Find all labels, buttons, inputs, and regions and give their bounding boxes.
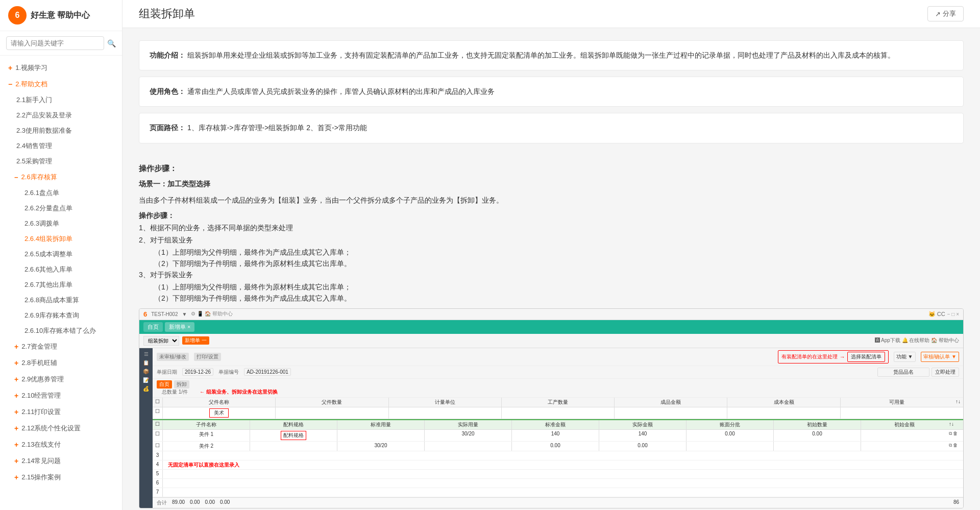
- sidebar-item-stock-query[interactable]: 2.6.9库存账本查询: [0, 308, 122, 323]
- mock-th-unit: 计量单位: [389, 398, 502, 407]
- mock-sub-th-act-amt: 实际金额: [599, 420, 687, 429]
- mock-window-bar: 6 TEST-H002 ▼ ⚙ 📱 🏠 帮助中心 🐱 CC − □ ×: [139, 309, 963, 320]
- sidebar-item-inventory[interactable]: − 2.6库存核算: [0, 169, 122, 185]
- mock-sub-td-check1: ☐: [153, 430, 163, 441]
- share-icon: ↗: [935, 10, 941, 18]
- sidebar-item-video[interactable]: + 1.视频学习: [0, 60, 122, 76]
- mock-sub-row-5: 5: [153, 470, 963, 479]
- sidebar-item-newbie[interactable]: 2.1新手入门: [0, 92, 122, 108]
- mock-nav-icon3: 📦: [143, 369, 149, 374]
- mock-new-btn: 新增单 一: [182, 336, 209, 345]
- annotation-bom: 有装配清单的在这里处理: [781, 353, 838, 360]
- mock-sub-row6-content: [163, 479, 963, 488]
- sidebar-item-other-out[interactable]: 2.6.7其他出库单: [0, 277, 122, 293]
- mock-form-header: 未审核/修改 打印/设置 有装配清单的在这里处理 → 选择装配清单 功能 ▼ 审…: [153, 348, 963, 366]
- ops-label: 操作步骤：: [139, 164, 964, 174]
- sidebar-item-purchase[interactable]: 2.5采购管理: [0, 154, 122, 169]
- mock-sub-row4-num: 4: [153, 460, 163, 469]
- annotation-toggle: ← 组装业务、拆卸业务在这里切换: [200, 389, 278, 395]
- sidebar-item-faq[interactable]: + 2.14常见问题: [0, 453, 122, 469]
- sidebar-item-label: 2.7资金管理: [21, 342, 57, 351]
- sidebar-item-label: 2.15操作案例: [21, 473, 61, 482]
- mock-nav-icon2: 📋: [143, 360, 149, 366]
- sidebar-item-label: 2.6库存核算: [21, 173, 57, 182]
- sidebar-item-label: 2.14常见问题: [21, 456, 61, 466]
- search-icon[interactable]: 🔍: [107, 39, 116, 47]
- step3-1: （1）上部明细为父件明细，最终作为原材料生成其它出库单；: [154, 283, 964, 292]
- logo-text: 好生意 帮助中心: [31, 10, 90, 21]
- mock-sub-td-check2: ☐: [153, 442, 163, 451]
- mock-sub-td-init-amt1: [861, 430, 948, 441]
- mock-sub-td-init-qty2: [774, 442, 861, 451]
- sidebar-item-mobile[interactable]: + 2.8手机旺辅: [0, 355, 122, 371]
- sidebar-item-account-err[interactable]: 2.6.10库存账本错了么办: [0, 323, 122, 338]
- sidebar-item-assembly[interactable]: 2.6.4组装拆卸单: [0, 231, 122, 247]
- mock-func-btn: 功能 ▼: [894, 352, 916, 362]
- mock-field-label-date: 单据日期: [157, 369, 177, 376]
- mock-th-parent-name: 父件名称: [163, 398, 276, 407]
- sidebar-item-finance[interactable]: + 2.7资金管理: [0, 338, 122, 355]
- ops-section: 操作步骤： 场景一：加工类型选择 当由多个子件材料组装成一个成品的业务为【组装】…: [139, 150, 964, 510]
- mock-enable-input: 货品品名: [877, 368, 929, 377]
- mock-table-area: ☐ 父件名称 父件数量 计量单位 工产数量 成品金额 成本金额 可用量 ↑↓: [153, 398, 963, 508]
- mock-sub-th-std: 标准用量: [337, 420, 425, 429]
- mock-user: 🐱 CC: [928, 311, 945, 318]
- share-button[interactable]: ↗ 分享: [927, 6, 964, 21]
- mock-field-label-num: 单据编号: [218, 369, 239, 376]
- mock-sub-td-ops2: ⧉ 🗑: [948, 442, 963, 451]
- mock-td-cost-amt: [727, 407, 840, 419]
- mock-form-row1: 单据日期 2019-12-26 单据编号 AD-20191226-001 货品品…: [153, 366, 963, 379]
- top-bar: 组装拆卸单 ↗ 分享: [122, 0, 980, 28]
- sidebar-item-split-stock[interactable]: 2.6.2分量盘点单: [0, 201, 122, 216]
- mock-sub-td-std2: 30/20: [337, 442, 425, 451]
- mock-sub-td-std-amt2: 0.00: [512, 442, 599, 451]
- mock-dropdown-icon: ▼: [182, 311, 187, 317]
- mock-sub-th-check: ☐: [153, 420, 163, 429]
- sidebar-item-print[interactable]: + 2.11打印设置: [0, 404, 122, 420]
- mock-sub-th-spec: 配料规格: [250, 420, 337, 429]
- sidebar-item-cost-adjust[interactable]: 2.6.5成本调整单: [0, 247, 122, 262]
- sidebar-item-label: 2.9优惠券管理: [21, 375, 64, 384]
- plus-icon: +: [8, 64, 12, 72]
- sidebar-item-cost-calc[interactable]: 2.6.8商品成本重算: [0, 293, 122, 308]
- mock-nav-tabs: 自页 新增单 ×: [143, 322, 194, 332]
- mock-toggle-row: 自页 拆卸 总数量 1/件 ← 组装业务、拆卸业务在这里切换: [153, 379, 963, 398]
- sidebar-item-sales[interactable]: 2.4销售管理: [0, 138, 122, 154]
- sidebar-item-cases[interactable]: + 2.15操作案例: [0, 469, 122, 485]
- mock-apps-label: 🅰 App下载 🔔 在线帮助 🏠 帮助中心: [875, 337, 959, 344]
- sidebar-item-system[interactable]: + 2.12系统个性化设置: [0, 420, 122, 436]
- sidebar-item-install[interactable]: 2.2产品安装及登录: [0, 108, 122, 123]
- annotation-direct-input: 无固定清单可以直接在这里录入: [168, 462, 239, 469]
- mock-sub-row5-content: [163, 470, 963, 478]
- sidebar-item-adjust[interactable]: 2.6.3调拨单: [0, 216, 122, 231]
- mock-sub-td-batch2: [687, 442, 774, 451]
- sidebar-item-online-pay[interactable]: + 2.13在线支付: [0, 436, 122, 453]
- sidebar-item-stock-take[interactable]: 2.6.1盘点单: [0, 185, 122, 201]
- mock-field-date: 2019-12-26: [182, 368, 213, 376]
- mock-total-act: 0.00: [190, 499, 200, 506]
- mock-right-content: 未审核/修改 打印/设置 有装配清单的在这里处理 → 选择装配清单 功能 ▼ 审…: [153, 348, 963, 508]
- mock-td-prod-amt: [615, 407, 727, 419]
- role-card: 使用角色： 通常由生产人员或库管人员完成折装业务的操作，库管人员确认原材料的出库…: [139, 77, 964, 107]
- sidebar-item-label: 2.8手机旺辅: [21, 358, 57, 368]
- mock-th-check: ☐: [153, 398, 163, 407]
- mock-upper-table-header: ☐ 父件名称 父件数量 计量单位 工产数量 成品金额 成本金额 可用量 ↑↓: [153, 398, 963, 407]
- mock-sub-row4-content: 无固定清单可以直接在这里录入: [163, 460, 963, 469]
- step2: 2、对于组装业务: [139, 236, 964, 245]
- page-title: 组装拆卸单: [139, 6, 195, 21]
- mock-type-select[interactable]: 组装拆卸: [143, 336, 179, 346]
- sidebar-item-docs[interactable]: − 2.帮助文档: [0, 76, 122, 92]
- mock-total-init-amt: 0.00: [220, 499, 230, 506]
- sidebar-item-other-in[interactable]: 2.6.6其他入库单: [0, 262, 122, 277]
- mock-sub-td-act-amt1: 140: [599, 430, 687, 441]
- main-content: 组装拆卸单 ↗ 分享 功能介绍： 组装拆卸单用来处理企业组装或拆卸等加工业务，支…: [122, 0, 980, 510]
- sidebar-item-ops[interactable]: + 2.10经营管理: [0, 387, 122, 404]
- step2-1: （1）上部明细为父件明细，最终作为产成品生成其它入库单；: [154, 248, 964, 257]
- sidebar-item-coupon[interactable]: + 2.9优惠券管理: [0, 371, 122, 387]
- content-area: 功能介绍： 组装拆卸单用来处理企业组装或拆卸等加工业务，支持有固定装配清单的产品…: [122, 28, 980, 510]
- search-input[interactable]: [6, 36, 104, 50]
- mock-spec-input: 配料规格: [281, 431, 306, 440]
- sidebar-item-data-prep[interactable]: 2.3使用前数据准备: [0, 123, 122, 138]
- path-card: 页面路径： 1、库存核算->库存管理->组装拆卸单 2、首页->常用功能: [139, 113, 964, 143]
- mock-type-toggle: 自页 拆卸: [157, 380, 959, 388]
